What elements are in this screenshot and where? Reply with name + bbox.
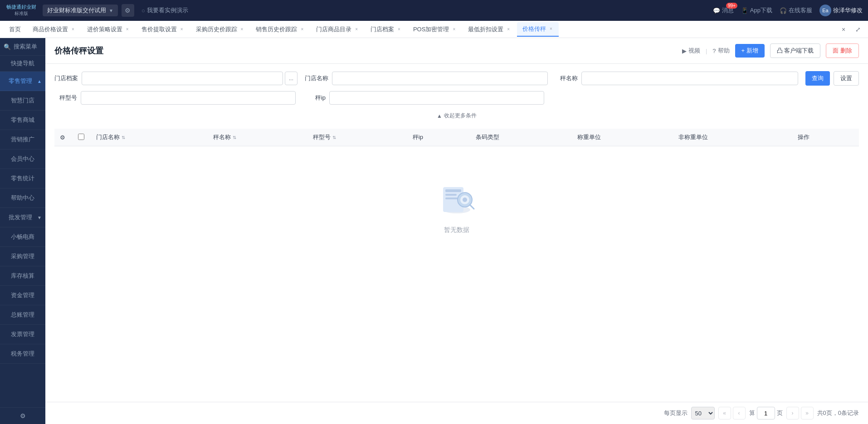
headset-icon: 🎧 [780,7,787,14]
sidebar-item-marketing[interactable]: 营销推广 [0,130,45,149]
sidebar-item-label: 智慧门店 [4,96,42,105]
close-icon[interactable]: × [71,26,75,32]
tab-sales-history[interactable]: 销售历史价跟踪 × [250,22,310,37]
close-icon[interactable]: × [397,26,401,32]
demo-button[interactable]: ○ 我要看实例演示 [141,6,188,14]
sidebar-item-retail[interactable]: 零售管理 ▲ [0,72,45,91]
expand-tab-button[interactable]: ⤢ [852,23,864,36]
store-file-input[interactable] [82,72,283,85]
page-number-input[interactable] [757,407,775,419]
settings-form-button[interactable]: 设置 [834,71,859,86]
tab-store-catalog[interactable]: 门店商品目录 × [311,22,364,37]
tab-pos-management-label: POS加密管理 [413,25,449,34]
main-layout: 🔍 搜索菜单 快捷导航 零售管理 ▲ 智慧门店 零售商城 营销推广 会员中心 零… [0,38,868,424]
user-menu[interactable]: Ea 徐泽华修改 [819,5,863,16]
last-page-icon: » [805,410,809,416]
video-link[interactable]: ▶ 视频 [682,47,700,55]
select-all-checkbox[interactable] [78,134,84,140]
tab-selling-price[interactable]: 售价提取设置 × [136,22,190,37]
close-icon[interactable]: × [240,26,244,32]
th-weight-unit: 称重单位 [572,129,673,146]
scale-name-input[interactable] [581,72,798,85]
add-button[interactable]: + 新增 [735,44,765,58]
sidebar-settings-button[interactable]: ⚙ [0,407,45,424]
message-button[interactable]: 💬 消息 99+ [713,6,734,14]
sidebar-item-ledger[interactable]: 总账管理 [0,305,45,325]
sidebar-item-label: 税务管理 [4,350,42,358]
sidebar-item-invoice[interactable]: 发票管理 [0,325,45,344]
store-file-ellipsis-button[interactable]: ... [285,72,297,85]
search-button[interactable]: 查询 [805,71,830,86]
demo-label: 我要看实例演示 [147,6,188,14]
scale-model-input[interactable] [81,91,296,105]
tab-store-file[interactable]: 门店档案 × [365,22,407,37]
sidebar-item-finance[interactable]: 资金管理 [0,286,45,305]
sidebar-item-label: 零售统计 [4,174,42,183]
page-size-select[interactable]: 10 20 50 100 [691,407,715,419]
prev-page-button[interactable]: ‹ [733,407,746,419]
tab-purchase-strategy-label: 进价策略设置 [87,25,122,34]
scale-ip-input[interactable] [329,91,544,105]
version-settings-button[interactable]: ⚙ [122,4,134,17]
tab-pos-management[interactable]: POS加密管理 × [408,22,462,37]
close-icon[interactable]: × [452,26,456,32]
close-tab-button[interactable]: × [837,23,850,36]
empty-text: 暂无数据 [444,226,469,234]
store-name-input[interactable] [332,72,548,85]
close-icon[interactable]: × [549,26,553,32]
sidebar-item-help[interactable]: 帮助中心 [0,188,45,208]
th-check[interactable] [73,129,91,146]
sidebar-item-retail-stats[interactable]: 零售统计 [0,169,45,188]
close-icon[interactable]: × [354,26,359,32]
tab-price-transfer[interactable]: 价格传秤 × [517,22,559,37]
play-icon: ▶ [682,48,687,54]
download-button[interactable]: 凸 客户端下载 [770,43,821,58]
app-download-label: App下载 [750,6,772,14]
form-row-2: 秤型号 秤ip [54,91,859,105]
sidebar-item-retail-mall[interactable]: 零售商城 [0,111,45,130]
mobile-icon: 📱 [741,7,748,14]
sidebar-item-purchase[interactable]: 采购管理 [0,247,45,266]
first-page-button[interactable]: « [718,407,731,419]
collapse-button[interactable]: ▲ 收起更多条件 [431,110,482,121]
store-name-group: 门店名称 [305,72,548,85]
tab-min-discount[interactable]: 最低折扣设置 × [463,22,516,37]
search-icon: 🔍 [4,43,11,50]
sidebar-item-label: 零售商城 [4,116,42,124]
sidebar-item-ecommerce[interactable]: 小畅电商 [0,227,45,247]
help-link[interactable]: ? 帮助 [712,47,729,55]
tab-price-setting-label: 商品价格设置 [33,25,68,34]
pagination: 每页显示 10 20 50 100 « ‹ 算 页 [45,402,868,424]
data-table: ⚙ 门店名称 ⇅ 秤名称 ⇅ [54,129,859,146]
app-download-button[interactable]: 📱 App下载 [741,6,772,14]
close-icon[interactable]: × [300,26,304,32]
sidebar-quick-nav[interactable]: 快捷导航 [0,56,45,72]
close-icon[interactable]: × [125,26,130,32]
sidebar-item-inventory[interactable]: 库存核算 [0,266,45,286]
close-icon[interactable]: × [180,26,184,32]
sidebar-search[interactable]: 🔍 搜索菜单 [0,38,45,56]
customer-service-button[interactable]: 🎧 在线客服 [780,6,812,14]
sidebar-item-label: 资金管理 [4,291,42,299]
version-selector[interactable]: 好业财标准版交付试用 ▼ [43,5,118,16]
th-settings[interactable]: ⚙ [54,129,73,146]
sidebar-item-label: 总账管理 [4,311,42,319]
tab-price-setting[interactable]: 商品价格设置 × [27,22,81,37]
top-header: 畅捷通好业财 标准版 好业财标准版交付试用 ▼ ⚙ ○ 我要看实例演示 💬 消息… [0,0,868,21]
tab-purchase-strategy[interactable]: 进价策略设置 × [82,22,135,37]
last-page-button[interactable]: » [801,407,814,419]
page-total: 共0页，0条记录 [817,409,859,417]
th-scale-name: 秤名称 ⇅ [208,129,307,146]
delete-button[interactable]: 面 删除 [826,43,859,58]
tab-purchase-history[interactable]: 采购历史价跟踪 × [190,22,250,37]
sidebar-item-smart-store[interactable]: 智慧门店 [0,91,45,111]
page-size-label: 每页显示 [664,409,688,417]
next-page-button[interactable]: › [786,407,799,419]
sidebar-item-wholesale[interactable]: 批发管理 ▼ [0,208,45,227]
sidebar-item-tax[interactable]: 税务管理 [0,344,45,364]
tab-home[interactable]: 首页 [4,22,26,37]
sidebar-item-member[interactable]: 会员中心 [0,149,45,169]
close-icon[interactable]: × [506,26,511,32]
page-end-label: 页 [777,409,783,417]
version-label: 好业财标准版交付试用 [47,6,106,14]
